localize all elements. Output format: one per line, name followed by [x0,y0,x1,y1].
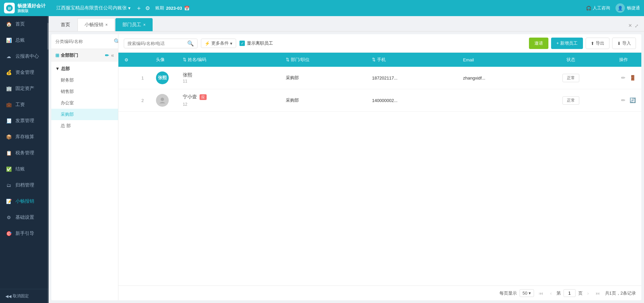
th-name[interactable]: ⇅ 姓名/编码 [177,53,280,67]
dept-search-input[interactable] [55,39,112,44]
company-name: 江西服宝精品有限责任公司内账张 [56,5,127,11]
cancel-fixed-btn[interactable]: ◀◀ 取消固定 [0,289,49,303]
employee-search-input[interactable] [127,41,185,46]
sidebar-item-ledger[interactable]: 📊 总账 [0,32,49,48]
sidebar-item-fund[interactable]: 💰 资金管理 [0,64,49,81]
gear-th-icon[interactable]: ⚙ [124,57,128,62]
page-content: 🔍 ⊞ 全部部门 ✏ « ▼总部 财务部 [51,34,641,300]
dept-all-label: 全部部门 [61,52,78,58]
sidebar-item-archive[interactable]: 🗂 归档管理 [0,177,49,193]
tab-expense[interactable]: 小畅报销 × [77,18,115,31]
logout-icon-1[interactable]: 🚪 [630,75,636,81]
show-resign-toggle[interactable]: ✓ 显示离职员工 [239,40,273,46]
sort-icon-phone: ⇅ [372,57,376,62]
dept-node-zongbu[interactable]: ▼总部 [51,63,118,74]
th-dept[interactable]: ⇅ 部门/职位 [280,53,367,67]
employee-toolbar: 🔍 ⚡ 更多条件 ▾ ✓ 显示离职员工 邀请 [118,34,641,53]
edit-icon-2[interactable]: ✏ [621,97,626,103]
dept-node-zong[interactable]: 总 部 [51,120,118,132]
row-phone-2: 140000002... [367,89,458,112]
calendar-icon[interactable]: 📅 [184,6,190,11]
dept-tree: ▼总部 财务部 销售部 办公室 采购部 总 部 [51,62,118,300]
filter-label: 更多条件 [211,40,229,46]
tab-dept[interactable]: 部门员工 × [115,18,153,31]
row-index-2: 2 [135,89,151,112]
filter-btn[interactable]: ⚡ 更多条件 ▾ [201,39,236,48]
th-gear[interactable]: ⚙ [118,53,135,67]
window-expand-icon[interactable]: ⤢ [635,23,639,29]
first-page-btn[interactable]: ⏮ [537,290,545,297]
edit-icon-1[interactable]: ✏ [621,75,626,81]
import-btn[interactable]: ⬇ 导入 [612,38,636,49]
emp-code-1: 11 [183,79,275,84]
tab-expense-close[interactable]: × [105,22,108,27]
row-index-1: 1 [135,67,151,89]
xcbx-icon: 📝 [5,198,12,205]
sidebar-item-xcbx[interactable]: 📝 小畅报销 [0,193,49,209]
window-close-icon[interactable]: × [628,22,632,29]
dept-node-caiwu[interactable]: 财务部 [51,74,118,86]
sidebar-label-inventory: 库存核算 [15,134,34,140]
content-area: 首页 小畅报销 × 部门员工 × × ⤢ 🔍 [49,16,644,303]
row-email-2 [458,89,541,112]
dept-search-area: 🔍 [51,34,118,49]
last-page-btn[interactable]: ⏭ [594,290,602,297]
dept-all-row[interactable]: ⊞ 全部部门 ✏ « [51,49,118,62]
prev-page-btn[interactable]: ‹ [548,290,554,297]
page-size-arrow: ▾ [529,291,531,296]
avatar-ningxiaoyi [156,94,169,107]
period-label-text: 账期 [155,5,164,11]
resign-checkbox[interactable]: ✓ [239,41,245,46]
next-page-btn[interactable]: › [585,290,591,297]
dept-node-bangong[interactable]: 办公室 [51,97,118,109]
settings-btn[interactable]: ⚙ [145,5,150,11]
company-selector[interactable]: 江西服宝精品有限责任公司内账张 ▾ [56,5,130,11]
employee-panel: 🔍 ⚡ 更多条件 ▾ ✓ 显示离职员工 邀请 [118,34,641,300]
invite-btn[interactable]: 邀请 [529,38,548,49]
sidebar-item-assets[interactable]: 🏢 固定资产 [0,81,49,97]
page-size-select[interactable]: 50 ▾ [520,289,534,297]
red-badge-2: 应 [200,94,207,100]
tab-home[interactable]: 首页 [54,18,77,31]
home-icon: 🏠 [5,21,12,28]
dept-search-icon[interactable]: 🔍 [114,38,118,45]
th-avatar: 头像 [151,53,177,67]
sidebar-item-tax[interactable]: 📋 税务管理 [0,145,49,161]
tab-dept-close[interactable]: × [143,22,146,27]
dept-edit-icon[interactable]: ✏ [105,53,109,58]
period-value: 2023-03 [166,6,182,11]
add-employee-btn[interactable]: + 新增员工 [551,38,583,49]
sidebar-item-cloud[interactable]: ☁ 云报表中心 [0,48,49,64]
tax-icon: 📋 [5,150,12,156]
sidebar-item-settings[interactable]: ⚙ 基础设置 [0,209,49,225]
sidebar-item-checkout[interactable]: ✅ 结账 [0,161,49,177]
period-info: 账期 2023-03 📅 [155,5,190,11]
row-gear-2 [118,89,135,112]
sidebar-item-invoice[interactable]: 🧾 发票管理 [0,113,49,129]
export-btn[interactable]: ⬆ 导出 [586,38,609,49]
sidebar-item-home[interactable]: 🏠 首页 [0,16,49,32]
emp-name-2: 宁小壹 [183,94,197,100]
archive-icon: 🗂 [5,182,12,189]
dept-node-caiGou[interactable]: 采购部 [51,109,118,120]
table-row: 2 宁小壹 [118,89,641,112]
tab-dept-label: 部门员工 [122,22,141,28]
user-avatar[interactable]: 👤 畅捷通 [615,3,640,13]
sidebar-item-inventory[interactable]: 📦 库存核算 [0,129,49,145]
sidebar-label-settings: 基础设置 [15,214,34,220]
page-number-input[interactable] [564,289,576,297]
support-btn[interactable]: 🎧 人工咨询 [586,5,610,11]
fund-icon: 💰 [5,69,12,76]
add-btn[interactable]: ＋ [136,4,142,12]
tab-home-label: 首页 [61,22,70,28]
top-bar: 好 畅捷通好会计 旗舰版 江西服宝精品有限责任公司内账张 ▾ ＋ ⚙ 账期 20… [0,0,644,16]
row-dept-2: 采购部 [280,89,367,112]
sidebar-item-salary[interactable]: 💼 工资 [0,97,49,113]
th-phone[interactable]: ⇅ 手机 [367,53,458,67]
employees-table: ⚙ 头像 ⇅ 姓名/编码 ⇅ 部门/职位 [118,53,641,112]
refresh-icon-2[interactable]: 🔄 [630,97,636,103]
tab-bar: 首页 小畅报销 × 部门员工 × × ⤢ [49,16,644,32]
sidebar-item-guide[interactable]: 🎯 新手引导 [0,225,49,242]
dept-collapse-icon[interactable]: « [111,52,114,58]
dept-node-xiaoshou[interactable]: 销售部 [51,86,118,97]
